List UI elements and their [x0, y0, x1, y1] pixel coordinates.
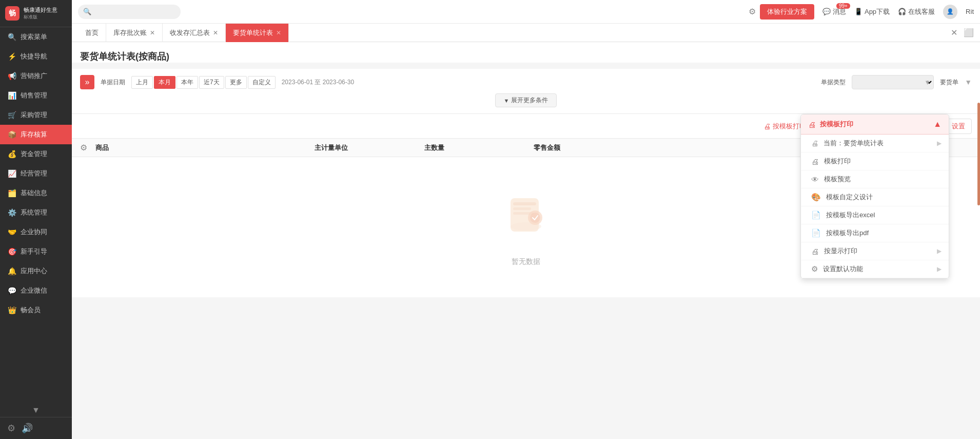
print-current-label: 当前：要货单统计表: [824, 139, 932, 148]
export-pdf-icon: 📄: [811, 228, 821, 238]
collab-icon: 🤝: [7, 227, 16, 237]
type-select-wrapper: ▼: [852, 75, 934, 89]
sidebar-item-basic[interactable]: 🗂️ 基础信息: [0, 183, 72, 203]
topbar-search-area: 🔍: [78, 5, 181, 19]
svg-point-6: [530, 213, 540, 223]
print-panel: 🖨 按模板打印 ▲ 🖨 当前：要货单统计表 ▶ 🖨 模板打印 👁 模板预览: [800, 114, 949, 279]
print-panel-header[interactable]: 🖨 按模板打印 ▲: [801, 114, 949, 135]
tab-receipts-close[interactable]: ✕: [213, 29, 218, 36]
sidebar-item-quicknav[interactable]: ⚡ 快捷导航: [0, 47, 72, 66]
query-collapse-btn[interactable]: ▼: [965, 78, 972, 86]
bell-icon: 💬: [822, 8, 831, 15]
print-export-pdf-item[interactable]: 📄 按模板导出pdf: [801, 224, 949, 242]
tab-batch-close[interactable]: ✕: [150, 29, 155, 36]
tab-maximize-btn[interactable]: ⬜: [962, 26, 976, 40]
appstore-icon: 🔔: [7, 266, 16, 276]
print-template-item[interactable]: 🖨 模板打印: [801, 152, 949, 170]
svg-rect-2: [513, 202, 536, 205]
date-btn-this-month[interactable]: 本月: [154, 76, 175, 89]
print-panel-printer-icon: 🖨: [808, 120, 816, 129]
finance-icon: 💰: [7, 149, 16, 159]
industry-btn[interactable]: 体验行业方案: [760, 4, 814, 20]
sidebar-item-operations[interactable]: 📈 经营管理: [0, 164, 72, 183]
marketing-icon: 📢: [7, 71, 16, 81]
export-excel-icon: 📄: [811, 211, 821, 220]
settings-gear-icon[interactable]: ⚙: [80, 143, 87, 152]
date-btn-7days[interactable]: 近7天: [199, 76, 224, 89]
expand-wrapper: ▼ 展开更多条件: [80, 93, 972, 107]
logo-icon: 畅: [5, 6, 19, 21]
sidebar-item-member[interactable]: 👑 畅会员: [0, 300, 72, 320]
user-avatar-btn[interactable]: 👤: [943, 5, 957, 19]
settings-area: ⚙: [749, 7, 756, 16]
expand-more-btn[interactable]: ▼ 展开更多条件: [495, 93, 557, 107]
template-design-icon: 🎨: [811, 193, 821, 202]
sidebar-item-finance[interactable]: 💰 资金管理: [0, 144, 72, 164]
purchase-icon: 🛒: [7, 110, 16, 120]
main-area: 🔍 ⚙ 体验行业方案 💬 消息 99+ 📱 App下载 🎧 在线客服: [72, 0, 980, 439]
date-label: 单据日期: [101, 78, 125, 87]
avatar: 👤: [943, 5, 957, 19]
display-print-icon: 🖨: [811, 247, 819, 256]
sidebar: 畅 畅康通好生意 标准版 🔍 搜索菜单 ⚡ 快捷导航 📢 营销推广 📊 销售管理…: [0, 0, 72, 439]
gear-icon[interactable]: ⚙: [749, 7, 756, 16]
inventory-icon: 📦: [7, 130, 16, 139]
sidebar-settings-button[interactable]: ⚙: [7, 423, 15, 434]
username-label: Rit: [966, 8, 974, 15]
filter-expand-left[interactable]: »: [80, 75, 94, 89]
current-chevron-icon: ▶: [937, 140, 942, 147]
tab-receipts[interactable]: 收发存汇总表 ✕: [163, 24, 226, 42]
col-unit-header: 主计量单位: [315, 143, 424, 152]
sidebar-sound-button[interactable]: 🔊: [22, 423, 33, 434]
search-icon: 🔍: [7, 32, 16, 42]
sidebar-item-marketing[interactable]: 📢 营销推广: [0, 66, 72, 86]
sidebar-item-inventory[interactable]: 📦 库存核算: [0, 125, 72, 144]
sidebar-item-system[interactable]: ⚙️ 系统管理: [0, 203, 72, 222]
tab-batch[interactable]: 库存批次账 ✕: [106, 24, 163, 42]
app-download-btn[interactable]: 📱 App下载: [854, 7, 890, 16]
default-settings-icon: ⚙: [811, 264, 818, 274]
sidebar-item-purchase[interactable]: 🛒 采购管理: [0, 105, 72, 125]
member-icon: 👑: [7, 306, 16, 315]
tab-close-btn[interactable]: ✕: [949, 26, 959, 40]
date-btn-custom[interactable]: 自定义: [248, 76, 276, 89]
tab-requisition[interactable]: 要货单统计表 ✕: [226, 24, 289, 42]
sidebar-item-search[interactable]: 🔍 搜索菜单: [0, 27, 72, 47]
service-icon: 🎧: [898, 8, 906, 15]
date-btn-more[interactable]: 更多: [225, 76, 247, 89]
expand-icon: ▼: [504, 98, 509, 104]
tab-home[interactable]: 首页: [78, 24, 106, 42]
tab-requisition-close[interactable]: ✕: [276, 29, 281, 36]
print-export-excel-item[interactable]: 📄 按模板导出excel: [801, 206, 949, 224]
print-panel-collapse-icon[interactable]: ▲: [933, 120, 942, 129]
filter-row-1: » 单据日期 上月 本月 本年 近7天 更多 自定义 2023-06-01 至 …: [80, 75, 972, 89]
topbar: 🔍 ⚙ 体验行业方案 💬 消息 99+ 📱 App下载 🎧 在线客服: [72, 0, 980, 24]
sidebar-item-newbie[interactable]: 🎯 新手引导: [0, 242, 72, 261]
template-preview-icon: 👁: [811, 175, 819, 184]
type-select[interactable]: [852, 75, 934, 89]
col-amount-header: 零售金额: [534, 143, 643, 152]
sidebar-bottom: ⚙ 🔊: [0, 417, 72, 439]
sidebar-scroll-down[interactable]: ▼: [32, 406, 40, 415]
sidebar-item-appstore[interactable]: 🔔 应用中心: [0, 261, 72, 281]
page-content: 要货单统计表(按商品) » 单据日期 上月 本月 本年 近7天 更多 自定义 2…: [72, 42, 980, 439]
sidebar-item-sales[interactable]: 📊 销售管理: [0, 86, 72, 105]
print-current-item[interactable]: 🖨 当前：要货单统计表 ▶: [801, 135, 949, 152]
empty-text: 暂无数据: [512, 257, 540, 266]
online-service-btn[interactable]: 🎧 在线客服: [898, 7, 935, 16]
svg-rect-3: [513, 207, 531, 210]
print-design-item[interactable]: 🎨 模板自定义设计: [801, 188, 949, 206]
quicknav-icon: ⚡: [7, 52, 16, 61]
date-btn-this-year[interactable]: 本年: [177, 76, 198, 89]
print-default-item[interactable]: ⚙ 设置默认功能 ▶: [801, 260, 949, 278]
resize-handle[interactable]: [977, 103, 980, 205]
print-display-item[interactable]: 🖨 按显示打印 ▶: [801, 242, 949, 260]
sidebar-item-collab[interactable]: 🤝 企业协同: [0, 222, 72, 242]
print-preview-item[interactable]: 👁 模板预览: [801, 170, 949, 188]
sidebar-item-wechat[interactable]: 💬 企业微信: [0, 281, 72, 300]
notifications-btn[interactable]: 💬 消息 99+: [822, 7, 846, 16]
date-btn-last-month[interactable]: 上月: [131, 76, 153, 89]
topbar-search-input[interactable]: [93, 8, 175, 15]
query-type-label: 要货单: [940, 78, 958, 87]
col-qty-header: 主数量: [424, 143, 534, 152]
